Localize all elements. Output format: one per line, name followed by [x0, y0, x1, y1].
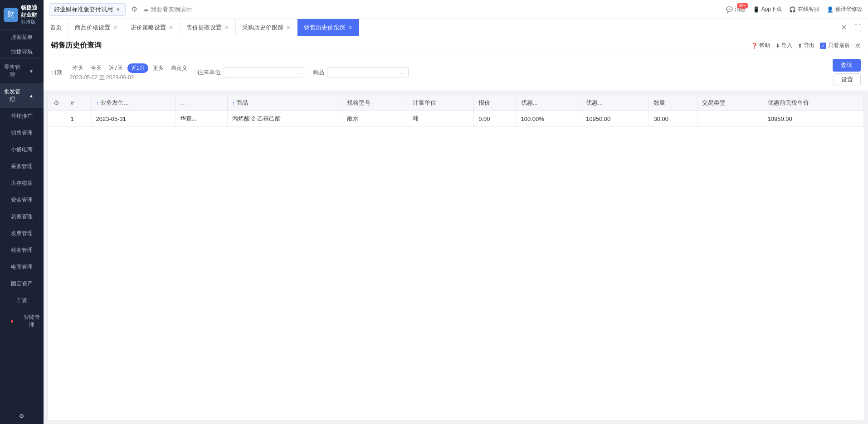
tab-purchase-strategy-close[interactable]: ✕	[169, 24, 173, 31]
sidebar-item-accounting[interactable]: 总账管理	[0, 208, 44, 225]
supplier-label: 往来单位	[197, 68, 221, 77]
th-price: 报价	[474, 95, 516, 111]
tab-home[interactable]: 首页	[44, 19, 68, 36]
sidebar-item-inventory[interactable]: 库存核算	[0, 175, 44, 192]
tab-sales-history[interactable]: 销售历史价跟踪 ✕	[297, 19, 359, 36]
th-unit: 计量单位	[408, 95, 474, 111]
cell-goods: 丙烯酸-2-乙基己酯	[227, 111, 342, 127]
tab-sale-extract[interactable]: 售价提取设置 ✕	[180, 19, 236, 36]
sidebar-item-retail[interactable]: 零售管理 ▼	[0, 59, 44, 83]
table-area: ⚙ # ↑ 业务发生... ...	[47, 95, 864, 420]
tab-purchase-strategy[interactable]: 进价策略设置 ✕	[124, 19, 180, 36]
page-title: 销售历史价查询	[51, 41, 102, 50]
topbar: 好业财标准版交付试用 ▼ ⚙ ☁ 我要看实例演示 💬 消息 99+ 📱 App下…	[44, 0, 868, 19]
last-only-checkbox[interactable]: ✓	[820, 43, 826, 49]
filter-settings-button[interactable]: 设置	[834, 73, 861, 86]
th-discount1: 优惠...	[516, 95, 581, 111]
query-button[interactable]: 查询	[833, 59, 861, 72]
cell-discount2: 10950.00	[581, 111, 649, 127]
workspace-selector[interactable]: 好业财标准版交付试用 ▼	[49, 3, 126, 16]
tab-purchase-history[interactable]: 采购历史价跟踪 ✕	[236, 19, 297, 36]
smart-dot-icon: ●	[3, 318, 21, 324]
cell-qty: 30.00	[649, 111, 697, 127]
tab-price-close[interactable]: ✕	[113, 24, 117, 31]
tab-sales-history-close[interactable]: ✕	[348, 24, 352, 31]
message-badge: 99+	[737, 3, 748, 9]
th-more[interactable]: ...	[175, 95, 227, 111]
page-actions: ❓ 帮助 ⬇ 导入 ⬆ 导出 ✓ 只看最后一次	[751, 42, 861, 49]
sidebar-item-purchase[interactable]: 采购管理	[0, 158, 44, 175]
tab-close-btn[interactable]: ✕	[837, 21, 850, 34]
tab-expand-btn[interactable]: ⛶	[852, 21, 864, 34]
th-discount2: 优惠...	[581, 95, 649, 111]
import-icon: ⬇	[775, 43, 780, 49]
import-link[interactable]: ⬇ 导入	[775, 42, 792, 49]
tab-price[interactable]: 商品价格设置 ✕	[68, 19, 124, 36]
tab-purchase-history-close[interactable]: ✕	[286, 24, 291, 31]
th-qty: 数量	[649, 95, 697, 111]
sidebar-item-invoice[interactable]: 发票管理	[0, 225, 44, 242]
th-goods[interactable]: ↑ 商品	[227, 95, 342, 111]
table-row[interactable]: 1 2023-05-31 华查... 丙烯酸-2-乙基己酯 散水 吨 0.00 …	[48, 111, 864, 127]
gear-icon: ⚙	[54, 99, 59, 106]
cell-pretax-price: 10950.00	[763, 111, 863, 127]
supplier-dots-icon: ...	[297, 69, 301, 76]
export-link[interactable]: ⬆ 导出	[798, 42, 814, 49]
goods-input[interactable]: ...	[327, 67, 409, 77]
date-more[interactable]: 更多	[150, 63, 166, 73]
sidebar-item-smart[interactable]: ● 智能管理	[0, 309, 44, 333]
sidebar-item-payroll[interactable]: 工资	[0, 292, 44, 309]
sidebar-search[interactable]: 搜索菜单	[0, 30, 44, 45]
th-gear[interactable]: ⚙	[48, 95, 66, 111]
message-btn[interactable]: 💬 消息 99+	[726, 5, 746, 13]
online-service-btn[interactable]: 🎧 在线客服	[789, 5, 819, 13]
main-content: 好业财标准版交付试用 ▼ ⚙ ☁ 我要看实例演示 💬 消息 99+ 📱 App下…	[44, 0, 868, 424]
sidebar-item-tax[interactable]: 税务管理	[0, 242, 44, 259]
cell-discount1: 100.00%	[516, 111, 581, 127]
date-last7[interactable]: 近7天	[106, 63, 126, 73]
supplier-input[interactable]: ...	[224, 67, 305, 77]
date-yesterday[interactable]: 昨天	[70, 63, 86, 73]
filter-row: 日期 昨天 今天 近7天 近1月 更多 自定义 2023-05-02 至 202…	[44, 54, 868, 91]
app-download-btn[interactable]: 📱 App下载	[753, 5, 782, 13]
date-today[interactable]: 今天	[88, 63, 104, 73]
cell-num: 1	[66, 111, 91, 127]
page-header: 销售历史价查询 ❓ 帮助 ⬇ 导入 ⬆ 导出 ✓	[44, 36, 868, 54]
topbar-settings-btn[interactable]: ⚙	[131, 5, 137, 14]
sidebar-quick-nav[interactable]: 快捷导航	[0, 45, 44, 59]
logo-sub: 标准版	[21, 19, 40, 25]
th-biz-date[interactable]: ↑ 业务发生...	[91, 95, 175, 111]
cell-spec: 散水	[342, 111, 408, 127]
sidebar-item-assets[interactable]: 固定资产	[0, 275, 44, 292]
demo-link[interactable]: ☁ 我要看实例演示	[143, 5, 192, 14]
user-menu-btn[interactable]: 👤 徐泽华修改	[827, 5, 863, 13]
filter-actions: 查询 设置	[833, 59, 861, 86]
sidebar-item-ecommerce-small[interactable]: 小畅电商	[0, 141, 44, 158]
workspace-arrow-icon: ▼	[116, 7, 121, 12]
sidebar-item-wholesale[interactable]: 批发管理 ▲	[0, 83, 44, 108]
sidebar-settings-btn[interactable]: ⚙	[0, 408, 44, 424]
logo-icon: 财	[4, 8, 18, 22]
date-last1month[interactable]: 近1月	[127, 63, 149, 73]
sidebar-item-ecommerce[interactable]: 电商管理	[0, 259, 44, 275]
sidebar: 财 畅捷通好业财 标准版 搜索菜单 快捷导航 零售管理 ▼ 批发管理 ▲ 营销推…	[0, 0, 44, 424]
topbar-right: 💬 消息 99+ 📱 App下载 🎧 在线客服 👤 徐泽华修改	[726, 5, 863, 13]
help-link[interactable]: ❓ 帮助	[751, 42, 770, 49]
cell-trade-type	[697, 111, 763, 127]
user-icon: 👤	[827, 6, 834, 13]
logo: 财 畅捷通好业财 标准版	[0, 0, 44, 30]
date-custom[interactable]: 自定义	[168, 63, 190, 73]
sidebar-item-funds[interactable]: 资金管理	[0, 192, 44, 208]
date-label: 日期	[51, 68, 63, 77]
demo-icon: ☁	[143, 6, 149, 13]
sidebar-item-sales[interactable]: 销售管理	[0, 125, 44, 141]
tab-sale-extract-close[interactable]: ✕	[224, 24, 229, 31]
sidebar-item-marketing[interactable]: 营销推广	[0, 108, 44, 125]
retail-arrow-icon: ▼	[22, 69, 41, 74]
date-range-display: 2023-05-02 至 2023-06-02	[70, 74, 190, 82]
settings-icon: ⚙	[19, 413, 24, 419]
tabbar: 首页 商品价格设置 ✕ 进价策略设置 ✕ 售价提取设置 ✕ 采购历史价跟踪 ✕ …	[44, 19, 868, 36]
sort-up-icon: ↑	[96, 100, 99, 106]
last-only-checkbox-label[interactable]: ✓ 只看最后一次	[820, 42, 861, 49]
data-table: ⚙ # ↑ 业务发生... ...	[48, 95, 864, 127]
